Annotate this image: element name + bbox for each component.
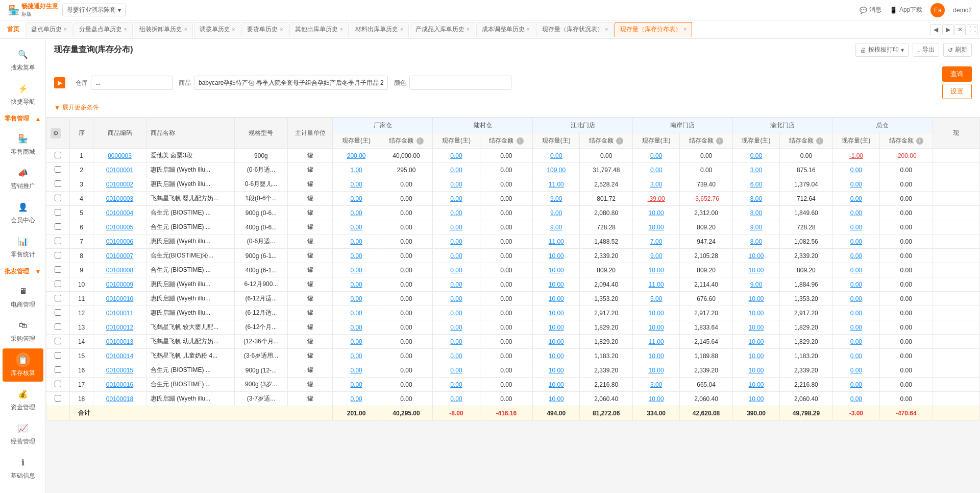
tab-prev-btn[interactable]: ◀ xyxy=(930,24,941,35)
sidebar-item-quick-nav[interactable]: ⚡ 快捷导航 xyxy=(3,77,43,110)
sidebar-item-search[interactable]: 🔍 搜索英单 xyxy=(3,43,43,76)
cell-w3-amt: 809.20 xyxy=(580,263,633,277)
cell-checkbox[interactable] xyxy=(46,335,70,349)
tab-7-close-icon[interactable]: × xyxy=(400,27,403,32)
query-btn[interactable]: 查询 xyxy=(942,66,972,82)
tab-6-close-icon[interactable]: × xyxy=(340,27,343,32)
app-download-btn[interactable]: 📱 App下载 xyxy=(890,6,922,14)
cell-spec: 900g (3岁... xyxy=(235,378,288,392)
cell-checkbox[interactable] xyxy=(46,206,70,220)
tab-4-close-icon[interactable]: × xyxy=(232,27,235,32)
tab-6[interactable]: 其他出库单历史 × xyxy=(289,22,349,37)
w3-amt-info-icon[interactable]: i xyxy=(616,137,623,145)
cell-checkbox[interactable] xyxy=(46,306,70,320)
sidebar-item-retail-stats[interactable]: 📊 零售统计 xyxy=(3,230,43,263)
sidebar-group-wholesale[interactable]: 批发管理 ▼ xyxy=(3,264,43,279)
cell-spec: 1段(0-6个... xyxy=(235,192,288,206)
w5-amt-info-icon[interactable]: i xyxy=(816,137,823,145)
tab-1[interactable]: 盘点单历史 × xyxy=(26,22,72,37)
tab-2-close-icon[interactable]: × xyxy=(124,27,127,32)
tab-9-close-icon[interactable]: × xyxy=(527,27,530,32)
cell-checkbox[interactable] xyxy=(46,177,70,192)
sidebar-item-finance[interactable]: 💰 资金管理 xyxy=(3,383,43,416)
page-actions: 🖨 按模板打印 ▾ ↓ 导出 ↺ 刷新 xyxy=(855,43,972,57)
cell-checkbox[interactable] xyxy=(46,220,70,234)
goods-input[interactable] xyxy=(194,76,388,90)
expand-filter-btn[interactable]: ▶ xyxy=(54,77,65,88)
sum-w4-amt: 42,620.08 xyxy=(680,406,733,420)
expand-conditions-btn[interactable]: ▼ 展开更多条件 xyxy=(54,103,972,112)
w1-amt-info-icon[interactable]: i xyxy=(416,137,424,145)
settings-btn[interactable]: 设置 xyxy=(942,84,972,99)
sidebar-finance-label: 资金管理 xyxy=(11,403,35,412)
sidebar-item-operation[interactable]: 📈 经营管理 xyxy=(3,417,43,450)
cell-w5-amt: 1,183.20 xyxy=(780,349,833,363)
tab-10-close-icon[interactable]: × xyxy=(605,27,608,32)
cell-checkbox[interactable] xyxy=(46,363,70,378)
tab-home[interactable]: 首页 xyxy=(2,22,24,37)
tab-5-close-icon[interactable]: × xyxy=(280,27,283,32)
cell-checkbox[interactable] xyxy=(46,349,70,363)
cell-checkbox[interactable] xyxy=(46,234,70,249)
cell-checkbox[interactable] xyxy=(46,292,70,306)
sidebar-item-retail-store[interactable]: 🏪 零售商城 xyxy=(3,127,43,160)
tab-next-btn[interactable]: ▶ xyxy=(942,24,953,35)
tab-8-close-icon[interactable]: × xyxy=(467,27,470,32)
cell-w2-qty: 0.00 xyxy=(433,277,480,292)
cell-unit: 罐 xyxy=(287,192,333,206)
tab-close-all-btn[interactable]: ✕ xyxy=(954,24,966,35)
sidebar-item-member[interactable]: 👤 会员中心 xyxy=(3,196,43,229)
cell-w2-amt: 0.00 xyxy=(480,306,533,320)
th-settings[interactable]: ⚙ xyxy=(46,118,70,149)
goods-label: 商品 xyxy=(179,79,191,87)
refresh-btn[interactable]: ↺ 刷新 xyxy=(943,43,972,57)
dropdown-selector[interactable]: 母婴行业演示陈套 ▾ xyxy=(62,4,126,16)
cell-checkbox[interactable] xyxy=(46,378,70,392)
tab-10[interactable]: 现存量（库存状况表） × xyxy=(536,22,614,37)
tab-5[interactable]: 要货单历史 × xyxy=(241,22,288,37)
sidebar-item-basic[interactable]: ℹ 基础信息 xyxy=(3,451,43,484)
w4-amt-info-icon[interactable]: i xyxy=(716,137,723,145)
total-amt-info-icon[interactable]: i xyxy=(916,137,923,145)
cell-spec: (0-6月适... xyxy=(235,234,288,249)
cell-checkbox[interactable] xyxy=(46,277,70,292)
sidebar-group-retail[interactable]: 零售管理 ▲ xyxy=(3,111,43,126)
cell-w5-qty: 8.00 xyxy=(732,206,779,220)
print-btn[interactable]: 🖨 按模板打印 ▾ xyxy=(855,43,909,57)
cell-checkbox[interactable] xyxy=(46,249,70,263)
cell-checkbox[interactable] xyxy=(46,163,70,177)
tab-9[interactable]: 成本调整单历史 × xyxy=(476,22,535,37)
w2-amt-info-icon[interactable]: i xyxy=(517,137,524,145)
tab-3[interactable]: 组装拆卸单历史 × xyxy=(134,22,193,37)
sidebar-search-label: 搜索英单 xyxy=(11,63,35,72)
message-btn[interactable]: 💬 消息 xyxy=(860,6,881,14)
sidebar-item-purchase[interactable]: 🛍 采购管理 xyxy=(3,314,43,347)
settings-icon[interactable]: ⚙ xyxy=(51,128,61,138)
cell-w3-amt: 1,353.20 xyxy=(580,292,633,306)
cell-checkbox[interactable] xyxy=(46,192,70,206)
color-input[interactable] xyxy=(409,76,511,90)
tab-maximize-btn[interactable]: ⛶ xyxy=(967,24,978,35)
tab-2[interactable]: 分量盘点单历史 × xyxy=(74,22,133,37)
user-avatar[interactable]: Ea xyxy=(930,3,945,17)
cell-checkbox[interactable] xyxy=(46,392,70,406)
cell-code: 00100003 xyxy=(93,192,146,206)
tab-11[interactable]: 现存量（库存分布表） × xyxy=(615,22,692,37)
tab-11-close-icon[interactable]: × xyxy=(683,27,687,32)
cell-checkbox[interactable] xyxy=(46,263,70,277)
tab-8[interactable]: 产成品入库单历史 × xyxy=(410,22,475,37)
sidebar-item-ecommerce[interactable]: 🖥 电商管理 xyxy=(3,280,43,313)
tab-1-close-icon[interactable]: × xyxy=(64,27,67,32)
tab-7[interactable]: 材料出库单历史 × xyxy=(350,22,409,37)
sidebar-item-marketing[interactable]: 📣 营销推广 xyxy=(3,161,43,195)
cell-checkbox[interactable] xyxy=(46,320,70,335)
export-btn[interactable]: ↓ 导出 xyxy=(913,43,939,57)
sidebar-item-inventory[interactable]: 📋 库存核算 xyxy=(3,348,43,382)
warehouse-input[interactable] xyxy=(91,76,173,90)
tab-4[interactable]: 调拨单历史 × xyxy=(194,22,241,37)
username[interactable]: demo2 xyxy=(953,7,972,14)
sidebar-item-system[interactable]: ⚙ 系统管理 xyxy=(3,485,43,493)
cell-w3-qty: 10.00 xyxy=(533,335,580,349)
tab-3-close-icon[interactable]: × xyxy=(184,27,187,32)
cell-checkbox[interactable] xyxy=(46,149,70,163)
